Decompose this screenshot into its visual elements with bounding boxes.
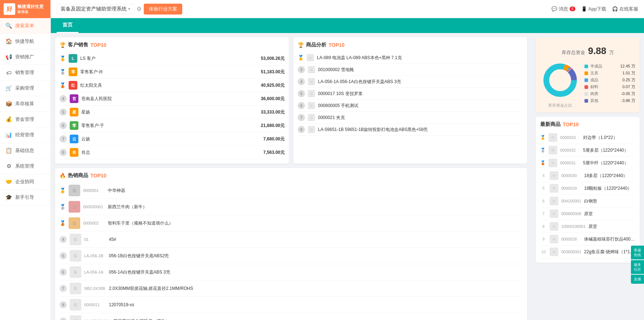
customer-sales-card: 🏆 客户销售 TOP10 🥇 L LS 客户 53,006.26元 🥈 零 零售… [55, 37, 289, 164]
customer-amount: 7,680.00元 [263, 136, 285, 142]
new-product-item[interactable]: 🥉 G 0000031 5厘中纤（1220*2440） [540, 157, 635, 169]
legend-dot [584, 99, 588, 103]
tab-home[interactable]: 首页 [57, 18, 78, 33]
dropdown-arrow-icon[interactable]: ▾ [128, 7, 130, 11]
try-button[interactable]: 体验行业方案 [144, 4, 182, 15]
rank-num: 4 [60, 95, 67, 102]
medal-icon: 🥉 [60, 220, 66, 226]
new-product-item[interactable]: 🥈 G 0000032 5厘多层（1220*2440） [540, 144, 635, 157]
sidebar-item-purchase[interactable]: 🛒 采购管理 [0, 81, 50, 96]
customer-rank-item[interactable]: 🥇 L LS 客户 53,006.26元 [60, 52, 285, 65]
medal-icon: 🥉 [540, 160, 546, 165]
sidebar-item-coop[interactable]: 🤝 企业协同 [0, 174, 50, 190]
app-title: 装备及固定资产辅助管理系统 [61, 6, 127, 12]
legend-dot [584, 85, 588, 89]
customer-name: 零售客户·于 [81, 123, 258, 129]
rank-num: 3 [298, 66, 305, 73]
product-sales-name: LA-089 电池盖 LA-089 ABS本色+黑种 7.1克 [317, 55, 523, 61]
service-community-button[interactable]: 服务社区 [631, 260, 644, 274]
customer-rank-item[interactable]: 5 星 星扬 33,333.00元 [60, 106, 285, 119]
product-code: 000500001 [83, 205, 105, 209]
product-sales-item[interactable]: 6 G 000800005 手机测试 [298, 100, 523, 112]
product-name: 新西兰牛肉（新牛） [108, 204, 523, 210]
legend-value: 12.45 万 [620, 63, 635, 69]
customer-rank-item[interactable]: 🥈 零 零售客户·许 51,183.00元 [60, 65, 285, 79]
sidebar-item-marketing[interactable]: 📢 营销推广 [0, 49, 50, 65]
new-product-item[interactable]: 9 G 0000028 体碱嘉枝味苏打饮品400毫升（1*15） [540, 233, 635, 246]
product-thumb: G [70, 315, 81, 320]
sidebar-item-sales[interactable]: 🏷 销售管理 [0, 65, 50, 81]
new-product-item[interactable]: 6 G 004100001 白钢垫 [540, 195, 635, 208]
product-thumb: G [70, 283, 81, 294]
product-code: 000800008 [561, 212, 581, 216]
customer-service-button[interactable]: 客服热线 [631, 246, 644, 259]
product-code: 004100001 [561, 199, 581, 203]
hot-product-item[interactable]: 7 G NB2.0X30B 2.0X30MM双搓花轴,搓花直径2.1MM/ROH… [60, 280, 523, 297]
sidebar-item-inventory[interactable]: 📦 库存核算 [0, 96, 50, 112]
product-sales-item[interactable]: 🥇 G LA-089 电池盖 LA-089 ABS本色+黑种 7.1克 [298, 52, 523, 64]
hot-product-item[interactable]: 🥇 🖼 0000001 中华神器 [60, 182, 523, 199]
new-product-item[interactable]: 🥇 G 0000033 封边带（1.0*22） [540, 131, 635, 144]
hot-product-item[interactable]: 9 G KK-SD22110H 花语萌恒温分腿睡袋（厚款） [60, 313, 523, 320]
fire-icon: 🔥 [60, 173, 66, 179]
rank-num: 7 [60, 285, 67, 292]
product-code: 10000100001 [561, 224, 586, 229]
product-sales-card: 🏆 商品分析 TOP10 🥇 G LA-089 电池盖 LA-089 ABS本色… [293, 37, 527, 164]
app-download-button[interactable]: 📱 App下载 [581, 6, 606, 12]
customer-amount: 53,006.26元 [261, 56, 285, 62]
sidebar-item-finance[interactable]: 💰 资金管理 [0, 112, 50, 127]
app-title-wrap: 装备及固定资产辅助管理系统 ▾ [57, 4, 134, 14]
hot-product-item[interactable]: 🥈 🖼 000500001 新西兰牛肉（新牛） [60, 199, 523, 215]
sidebar-item-basic[interactable]: 📋 基础信息 [0, 143, 50, 159]
legend-dot [584, 92, 588, 96]
customer-rank-item[interactable]: 7 云 云扬 7,680.00元 [60, 132, 285, 146]
new-product-item[interactable]: 8 G 10000100001 原堂 [540, 220, 635, 233]
product-code: 0000002 [83, 221, 105, 225]
product-sales-item[interactable]: 8 G LA-59651-1B 59651-1B旋转投影灯电池盒ABS黑色+58… [298, 124, 523, 136]
customer-rank-item[interactable]: 🥉 红 红太阳文具 40,925.00元 [60, 79, 285, 92]
product-sales-item[interactable]: 4 G LA-056-1A 056-1A白色按键开关盖ABS 3壳 [298, 76, 523, 88]
new-product-item[interactable]: 10 G 003800001 22g鱼豆腐-烧烤味（1*12*20） [540, 246, 635, 258]
rank-num: 7 [540, 212, 547, 216]
medal-icon: 🥉 [60, 82, 66, 88]
sidebar-item-quick-nav[interactable]: 🏠 快捷导航 [0, 34, 50, 49]
product-sales-item[interactable]: 7 G 0000021 夹克 [298, 112, 523, 124]
online-service-button[interactable]: 🎧 在线客服 [612, 6, 638, 12]
right-panel: 库存总资金 9.88 万 [531, 33, 644, 320]
rank-num: 6 [540, 199, 547, 203]
sidebar-item-guide[interactable]: 🎓 新手引导 [0, 190, 50, 205]
legend-value: 1.01 万 [623, 70, 635, 76]
sidebar-logo: 好 畅捷通好生意 标准版 [0, 0, 50, 18]
product-name: 体碱嘉枝味苏打饮品400毫升（1*15） [584, 236, 635, 242]
legend-value: 0.25 万 [623, 77, 635, 83]
sidebar-search[interactable]: 🔍 搜索菜单 [0, 18, 50, 34]
rank-num: 4 [540, 173, 547, 178]
sidebar-item-operation[interactable]: 📊 经营管理 [0, 127, 50, 143]
product-code: LA-056-1B [84, 254, 106, 258]
customer-rank-item[interactable]: 6 零 零售客户·于 21,680.00元 [60, 119, 285, 132]
product-name: 056-1B白色按键开关底ABS2壳 [109, 253, 523, 259]
customer-rank-item[interactable]: 8 肖 肖总 7,563.00元 [60, 146, 285, 159]
product-thumb: G [549, 146, 557, 155]
message-button[interactable]: 💬 消息 6 [551, 6, 575, 12]
product-thumb: G [308, 126, 315, 133]
customer-avatar: 星 [70, 108, 78, 116]
rank-num: 6 [60, 268, 67, 276]
customer-rank-item[interactable]: 4 苔 苍南县人民医院 36,600.00元 [60, 92, 285, 106]
gear-icon[interactable]: ⚙ [136, 5, 142, 12]
livestream-button[interactable]: 直播 [631, 275, 644, 284]
hot-product-item[interactable]: 8 G 0000011 12070519-xs [60, 297, 523, 313]
product-sales-name: LA-056-1A 056-1A白色按键开关盖ABS 3壳 [318, 79, 523, 85]
product-sales-item[interactable]: 5 G 0000017 10S 变扭罗浆 [298, 88, 523, 100]
hot-product-item[interactable]: 6 G LA-056-1A 056-1A白色按键开关盖ABS 3壳 [60, 264, 523, 280]
new-product-item[interactable]: 5 G 0000029 18颗粒板（1220*2440） [540, 182, 635, 195]
hot-product-item[interactable]: 5 G LA-056-1B 056-1B白色按键开关底ABS2壳 [60, 248, 523, 264]
new-product-item[interactable]: 7 G 000800008 原堂 [540, 208, 635, 220]
sidebar-item-system[interactable]: ⚙ 系统管理 [0, 159, 50, 174]
hot-product-item[interactable]: 🥉 🖼 0000002 智利车子里（规格不知道填什么） [60, 215, 523, 231]
product-code: 0000029 [561, 186, 581, 190]
product-sales-item[interactable]: 3 G 001000002 雪地靴 [298, 64, 523, 76]
hot-product-item[interactable]: 4 G 01 45# [60, 231, 523, 248]
customer-name: 星扬 [81, 109, 258, 115]
new-product-item[interactable]: 4 G 0000030 18多层（1220*2440） [540, 169, 635, 182]
